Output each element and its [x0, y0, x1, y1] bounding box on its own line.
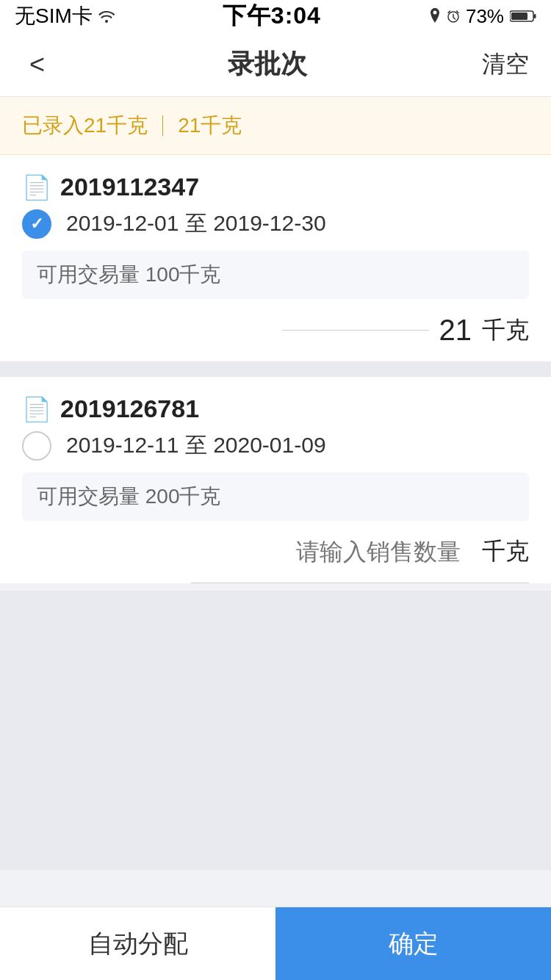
doc-icon-2: 📄	[22, 395, 51, 423]
time-label: 下午3:04	[223, 0, 321, 32]
batch-amount-row-1: 21 千克	[0, 306, 551, 362]
page-title: 录批次	[228, 46, 307, 82]
content-area: 已录入21千克 21千克 📄 2019112347 2019-12-01 至 2…	[0, 97, 551, 943]
clear-button[interactable]: 清空	[482, 48, 529, 81]
banner-divider	[162, 115, 163, 136]
back-button[interactable]: <	[22, 42, 52, 87]
confirm-button[interactable]: 确定	[276, 907, 551, 980]
bottom-bar: 自动分配 确定	[0, 907, 551, 980]
auto-distribute-button[interactable]: 自动分配	[0, 907, 276, 980]
info-banner: 已录入21千克 21千克	[0, 97, 551, 155]
batch-date-row-1: 2019-12-01 至 2019-12-30	[0, 209, 551, 246]
nav-bar: < 录批次 清空	[0, 32, 551, 97]
recorded-value: 21千克	[178, 112, 242, 140]
qty-input-2[interactable]	[251, 538, 472, 566]
recorded-label: 已录入21千克	[22, 112, 148, 140]
carrier-label: 无SIM卡	[15, 2, 93, 30]
alarm-icon	[447, 5, 460, 28]
radio-button-1[interactable]	[22, 209, 51, 239]
batch-date-2: 2019-12-11 至 2020-01-09	[66, 430, 326, 461]
wifi-icon	[98, 4, 115, 28]
radio-button-2[interactable]	[22, 431, 51, 461]
batch-qty-1: 可用交易量 100千克	[22, 251, 529, 299]
amount-unit-1: 千克	[482, 314, 529, 347]
status-left: 无SIM卡	[15, 2, 115, 30]
batch-id-2: 2019126781	[60, 394, 199, 423]
location-icon	[429, 5, 441, 28]
batch-id-1: 2019112347	[60, 173, 199, 201]
amount-number-1: 21	[439, 314, 472, 347]
empty-area	[0, 591, 551, 870]
batch-date-row-2: 2019-12-11 至 2020-01-09	[0, 430, 551, 468]
batch-header-2: 📄 2019126781	[0, 377, 551, 430]
svg-rect-2	[534, 14, 536, 18]
input-underline-2	[191, 583, 529, 583]
input-underline-row-2	[0, 583, 551, 583]
batch-date-1: 2019-12-01 至 2019-12-30	[66, 209, 326, 239]
batch-item-2: 📄 2019126781 2019-12-11 至 2020-01-09 可用交…	[0, 377, 551, 583]
batch-item-1: 📄 2019112347 2019-12-01 至 2019-12-30 可用交…	[0, 155, 551, 362]
battery-icon	[510, 5, 536, 28]
status-bar: 无SIM卡 下午3:04 73%	[0, 0, 551, 32]
doc-icon-1: 📄	[22, 173, 51, 201]
svg-rect-3	[511, 12, 527, 20]
input-unit-2: 千克	[482, 536, 529, 568]
batch-qty-2: 可用交易量 200千克	[22, 472, 529, 521]
status-right: 73%	[429, 5, 536, 28]
batch-header-1: 📄 2019112347	[0, 155, 551, 209]
input-row-2: 千克	[0, 528, 551, 583]
section-separator-1	[0, 362, 551, 377]
battery-label: 73%	[466, 5, 504, 28]
